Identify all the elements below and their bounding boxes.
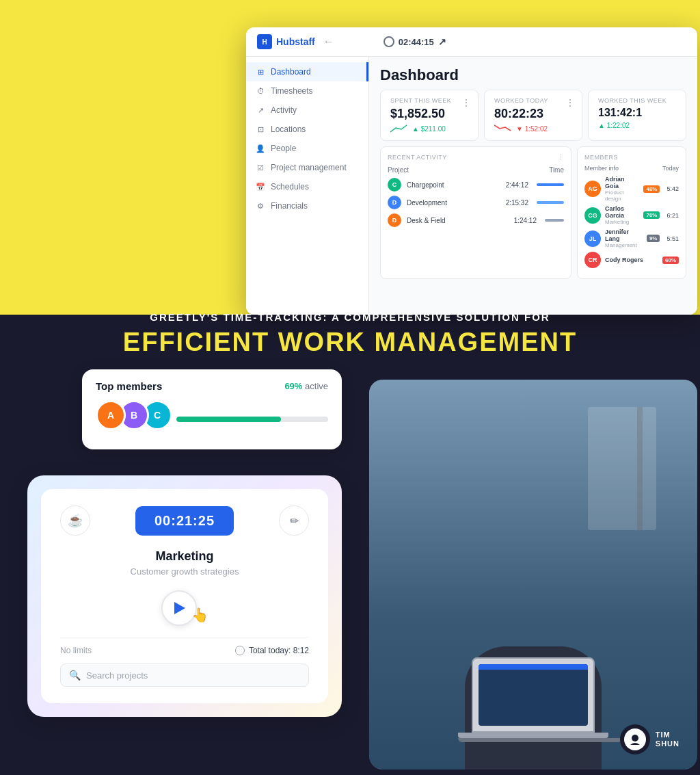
member-info-cody: Cody Rogers [605,257,658,263]
sidebar-label-timesheets: Timesheets [271,86,313,96]
recent-activity-label: RECENT ACTIVITY [388,154,447,161]
stat-value-week: 131:42:1 [598,107,676,119]
ra-name-development: Development [407,199,500,207]
ra-bar-chargepoint [537,183,564,186]
member-info-jennifer: Jennifer Lang Management [605,228,643,248]
member-info-adrian: Adrian Goia Product design [605,176,639,202]
timer-icon [383,36,394,47]
members-title: MEMBERS [584,154,679,161]
laptop-keyboard-base [458,738,622,742]
member-role-carlos: Marketing [605,219,639,225]
stat-delta-today: ▼ 1:52:02 [494,124,572,133]
total-today: Total today: 8:12 [235,646,309,655]
ra-time-development: 2:15:32 [506,199,528,207]
members-panel: MEMBERS Member info Today AG Adrian Goia… [577,146,686,279]
ra-time-chargepoint: 2:44:12 [506,181,528,189]
recent-activity-menu[interactable]: ⋮ [558,154,565,161]
stats-row: SPENT THIS WEEK $1,852.50 ▲ $211.00 ⋮ WO… [369,90,697,141]
headline-section: GREETLY'S TIME-TRACKING: A COMPREHENSIVE… [0,311,700,357]
expand-icon[interactable]: ↗ [438,36,446,47]
project-management-icon: ☑ [256,163,265,172]
sidebar-item-people[interactable]: 👤 People [246,139,368,158]
stat-card-today: WORKED TODAY 80:22:23 ▼ 1:52:02 ⋮ [484,90,582,141]
ra-bar-desk-field [545,219,564,222]
top-members-title: Top members [96,380,162,392]
ra-name-chargepoint: Chargepoint [407,181,500,189]
member-time-carlos: 6:21 [667,212,679,219]
sidebar-item-activity[interactable]: ↗ Activity [246,101,368,120]
timesheets-icon: ⏱ [256,86,265,96]
person-photo [369,380,697,770]
laptop-screen-bar [479,664,588,670]
mobile-timer-card: ☕ 00:21:25 ✏ Marketing Customer growth s… [27,475,342,717]
sidebar-label-project-management: Project management [271,163,347,172]
member-row-adrian: AG Adrian Goia Product design 48% 5:42 [584,176,679,202]
greetly-logo-inner [624,728,646,750]
search-projects-input[interactable]: 🔍 Search projects [60,664,309,687]
sidebar-item-locations[interactable]: ⊡ Locations [246,120,368,139]
dashboard-layout: ⊞ Dashboard ⏱ Timesheets ↗ Activity ⊡ Lo… [246,57,697,315]
member-badge-jennifer: 9% [647,235,660,242]
headline-subtitle: GREETLY'S TIME-TRACKING: A COMPREHENSIVE… [27,311,673,323]
member-name-carlos: Carlos Garcia [605,205,639,219]
stat-label-week: WORKED THIS WEEK [598,97,676,104]
stat-card-spent: SPENT THIS WEEK $1,852.50 ▲ $211.00 ⋮ [380,90,479,141]
member-info-carlos: Carlos Garcia Marketing [605,205,639,225]
headline-main: EFFICIENT WORK MANAGEMENT [27,328,673,357]
photo-background [369,380,697,770]
stat-card-week: WORKED THIS WEEK 131:42:1 ▲ 1:22:02 [588,90,686,141]
sidebar-item-project-management[interactable]: ☑ Project management [246,158,368,177]
mobile-play-row: 👆 [60,590,309,626]
clock-icon [235,646,245,655]
top-members-active: 69% active [284,381,328,391]
stat-value-today: 80:22:23 [494,107,572,121]
window-divider [637,407,643,530]
member-time-jennifer: 5:51 [667,235,679,242]
top-members-progress-container [176,417,328,422]
sidebar-item-financials[interactable]: ⚙ Financials [246,196,368,215]
total-today-label: Total today: 8:12 [249,646,309,655]
timer-value: 02:44:15 [399,37,434,47]
coffee-icon-button[interactable]: ☕ [60,505,90,536]
sidebar-label-locations: Locations [271,124,306,134]
ra-time-desk-field: 1:24:12 [514,217,537,224]
limits-label: No limits [60,646,92,655]
member-time-adrian: 5:42 [667,185,679,192]
sidebar-label-financials: Financials [271,201,308,211]
member-header-info: Member info [584,165,619,172]
dashboard-screenshot: H Hubstaff ← 02:44:15 ↗ ⊞ Dashboard ⏱ Ti… [246,27,697,315]
sidebar-item-timesheets[interactable]: ⏱ Timesheets [246,81,368,101]
member-row-carlos: CG Carlos Garcia Marketing 70% 6:21 [584,205,679,225]
member-role-jennifer: Management [605,242,643,248]
member-row-cody: CR Cody Rogers 60% [584,252,679,268]
greetly-watermark: TIM SHUN [620,724,679,754]
top-members-progress-bar [176,417,328,422]
sidebar-item-dashboard[interactable]: ⊞ Dashboard [246,62,368,81]
stat-menu-dots-2[interactable]: ⋮ [565,97,575,108]
mobile-limits-row: No limits Total today: 8:12 [60,637,309,655]
edit-icon-button[interactable]: ✏ [279,505,309,536]
member-row-jennifer: JL Jennifer Lang Management 9% 5:51 [584,228,679,248]
member-header-today: Today [662,165,679,172]
top-members-avatars: A B C [96,400,165,430]
dashboard-title: Dashboard [369,57,697,90]
member-avatar-1: A [96,400,126,430]
laptop-screen-content [479,664,588,726]
watermark-line1: TIM [656,731,679,739]
stat-menu-dots[interactable]: ⋮ [461,97,471,108]
member-avatar-ag: AG [584,181,601,197]
dashboard-sidebar: ⊞ Dashboard ⏱ Timesheets ↗ Activity ⊡ Lo… [246,57,369,315]
mobile-project-name: Marketing [60,549,309,564]
ra-header-time: Time [549,166,564,174]
recent-activity-title: RECENT ACTIVITY ⋮ [388,154,564,161]
member-avatar-cr: CR [584,252,601,268]
project-dot-df: D [388,213,401,227]
member-badge-cody: 60% [662,257,679,264]
project-dot-d: D [388,196,401,209]
top-members-progress-fill [176,417,281,422]
mobile-project-desc: Customer growth strategies [60,566,309,577]
ra-name-desk-field: Desk & Field [407,217,509,224]
active-percentage: 69% [284,381,302,391]
back-arrow-icon[interactable]: ← [323,36,334,48]
sidebar-item-schedules[interactable]: 📅 Schedules [246,177,368,196]
